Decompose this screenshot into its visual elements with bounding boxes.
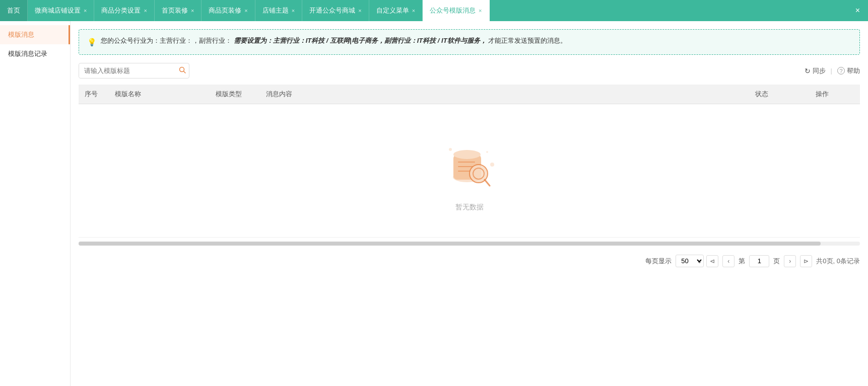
nav-tab-open-wechat[interactable]: 开通公众号商城 × xyxy=(302,0,369,21)
svg-point-13 xyxy=(490,163,494,167)
nav-tab-home-decor-label: 首页装修 xyxy=(162,6,188,15)
nav-tab-product-category[interactable]: 商品分类设置 × xyxy=(94,0,154,21)
horizontal-scrollbar[interactable] xyxy=(79,242,860,246)
table-empty-cell: 暂无数据 xyxy=(79,104,860,238)
empty-state: 暂无数据 xyxy=(85,109,854,232)
top-nav: 首页 微商城店铺设置 × 商品分类设置 × 首页装修 × 商品页装修 × 店铺主… xyxy=(0,0,868,21)
empty-icon xyxy=(439,139,500,195)
svg-point-11 xyxy=(449,148,452,151)
nav-tab-open-wechat-label: 开通公众号商城 xyxy=(309,6,355,15)
content-area: 💡 您的公众号行业为：主营行业：，副营行业： 需要设置为：主营行业：IT科技 /… xyxy=(71,21,868,386)
sync-button[interactable]: ↻ 同步 xyxy=(805,66,826,75)
nav-tab-home-label: 首页 xyxy=(7,6,20,15)
close-icon[interactable]: × xyxy=(84,8,87,14)
close-icon[interactable]: × xyxy=(144,8,147,14)
page-label-before: 第 xyxy=(739,257,745,266)
help-button[interactable]: ? 帮助 xyxy=(837,66,860,75)
nav-tab-template-msg-label: 公众号模版消息 xyxy=(430,6,476,15)
nav-tab-home[interactable]: 首页 xyxy=(0,0,28,21)
col-content: 消息内容 xyxy=(260,85,749,104)
data-table: 序号 模版名称 模版类型 消息内容 状态 操作 xyxy=(79,85,860,238)
notice-suffix: 才能正常发送预置的消息。 xyxy=(488,37,567,44)
nav-tab-product-decor-label: 商品页装修 xyxy=(209,6,241,15)
empty-text: 暂无数据 xyxy=(85,203,854,212)
nav-tab-product-decor[interactable]: 商品页装修 × xyxy=(202,0,255,21)
close-icon[interactable]: × xyxy=(191,8,194,14)
toolbar-right: ↻ 同步 | ? 帮助 xyxy=(805,66,860,75)
sync-icon: ↻ xyxy=(805,67,811,75)
close-all-button[interactable]: × xyxy=(847,0,868,21)
page-size-select[interactable]: 50 10 20 100 xyxy=(676,255,704,267)
col-index: 序号 xyxy=(79,85,109,104)
nav-tab-custom-menu[interactable]: 自定义菜单 × xyxy=(369,0,423,21)
nav-tab-shop-theme[interactable]: 店铺主题 × xyxy=(255,0,302,21)
scrollbar-thumb[interactable] xyxy=(79,242,821,246)
search-icon xyxy=(179,66,186,73)
svg-line-10 xyxy=(485,180,490,186)
help-icon: ? xyxy=(837,67,845,74)
search-input-wrap xyxy=(79,63,189,79)
total-info: 共0页, 0条记录 xyxy=(816,257,860,266)
col-type: 模版类型 xyxy=(210,85,260,104)
col-name: 模版名称 xyxy=(109,85,210,104)
nav-tab-shop-theme-label: 店铺主题 xyxy=(262,6,289,15)
col-action: 操作 xyxy=(810,85,860,104)
sidebar-item-template-record[interactable]: 模版消息记录 xyxy=(0,44,70,63)
nav-tab-home-decor[interactable]: 首页装修 × xyxy=(155,0,202,21)
search-input[interactable] xyxy=(79,64,174,78)
search-button[interactable] xyxy=(174,63,189,78)
svg-point-12 xyxy=(486,151,488,153)
first-page-button[interactable]: ⊲ xyxy=(706,255,718,267)
close-icon[interactable]: × xyxy=(358,8,361,14)
notice-icon: 💡 xyxy=(87,36,97,48)
sidebar-item-template-record-label: 模版消息记录 xyxy=(8,50,47,57)
close-icon[interactable]: × xyxy=(244,8,247,14)
nav-tab-template-msg[interactable]: 公众号模版消息 × xyxy=(423,0,489,21)
pagination: 每页显示 50 10 20 100 ⌄ ⊲ ‹ 第 页 › ⊳ 共0页, 0条记… xyxy=(79,250,860,269)
close-icon[interactable]: × xyxy=(479,8,482,14)
notice-text: 您的公众号行业为：主营行业：，副营行业： 需要设置为：主营行业：IT科技 / 互… xyxy=(101,36,567,46)
page-size-label: 每页显示 xyxy=(645,257,672,266)
page-number-input[interactable] xyxy=(749,255,769,267)
sidebar: 模版消息 模版消息记录 xyxy=(0,21,71,386)
table-body: 暂无数据 xyxy=(79,104,860,238)
notice-highlight: 需要设置为：主营行业：IT科技 / 互联网|电子商务，副营行业：IT科技 / I… xyxy=(234,37,487,44)
nav-tab-custom-menu-label: 自定义菜单 xyxy=(376,6,409,15)
nav-tab-product-category-label: 商品分类设置 xyxy=(101,6,141,15)
search-row: ↻ 同步 | ? 帮助 xyxy=(79,63,860,79)
col-status: 状态 xyxy=(749,85,810,104)
table-header: 序号 模版名称 模版类型 消息内容 状态 操作 xyxy=(79,85,860,104)
notice-box: 💡 您的公众号行业为：主营行业：，副营行业： 需要设置为：主营行业：IT科技 /… xyxy=(79,29,860,55)
last-page-button[interactable]: ⊳ xyxy=(800,255,812,267)
svg-point-4 xyxy=(453,150,481,159)
notice-prefix: 您的公众号行业为：主营行业：，副营行业： xyxy=(101,37,232,44)
toolbar-divider: | xyxy=(831,67,832,74)
nav-tab-micro-shop-label: 微商城店铺设置 xyxy=(35,6,81,15)
nav-tab-micro-shop[interactable]: 微商城店铺设置 × xyxy=(28,0,94,21)
close-icon[interactable]: × xyxy=(292,8,295,14)
close-icon[interactable]: × xyxy=(412,8,415,14)
svg-line-1 xyxy=(184,71,186,73)
table-empty-row: 暂无数据 xyxy=(79,104,860,238)
main-layout: 模版消息 模版消息记录 💡 您的公众号行业为：主营行业：，副营行业： 需要设置为… xyxy=(0,21,868,386)
page-label-after: 页 xyxy=(773,257,780,266)
help-label: 帮助 xyxy=(847,66,860,75)
next-page-button[interactable]: › xyxy=(784,255,796,267)
prev-page-button[interactable]: ‹ xyxy=(722,255,735,267)
sync-label: 同步 xyxy=(813,66,826,75)
sidebar-item-template-msg-label: 模版消息 xyxy=(8,31,34,38)
sidebar-item-template-msg[interactable]: 模版消息 xyxy=(0,25,70,44)
